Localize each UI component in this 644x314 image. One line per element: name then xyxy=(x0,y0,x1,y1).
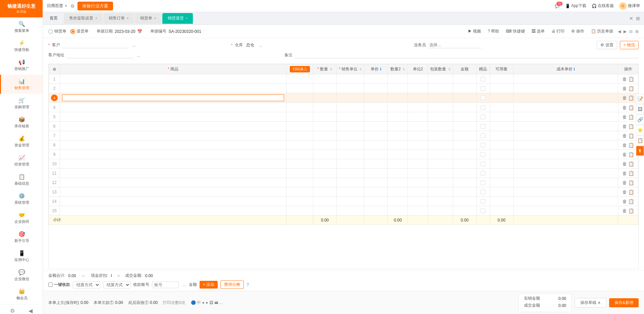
radio-return[interactable]: 退货单 xyxy=(70,28,89,34)
th-gear[interactable]: ⚙ xyxy=(49,64,60,74)
sidebar-item-enterprise[interactable]: 🤝企业协同 xyxy=(0,208,43,228)
delete-icon-13[interactable]: 🗑 xyxy=(622,189,627,195)
form-action-print[interactable]: 🖨 打印 xyxy=(549,27,567,35)
tab-sales-order[interactable]: 销售订单 × xyxy=(103,13,134,24)
scan-btn[interactable]: 扫码录入 xyxy=(290,66,310,72)
form-action-select[interactable]: ☰ 选单 xyxy=(530,27,547,35)
sidebar-item-member[interactable]: 👑畅会员 xyxy=(0,285,43,304)
delete-icon-5[interactable]: 🗑 xyxy=(622,114,627,120)
sidebar-item-system[interactable]: ⚙️系统管理 xyxy=(0,189,43,208)
gift-check-4[interactable] xyxy=(481,105,485,110)
topbar-department-dropdown[interactable]: 日用百货 ▼ xyxy=(47,3,68,9)
footer-collect-account-input[interactable] xyxy=(152,281,179,288)
copy-icon-13[interactable]: 📋 xyxy=(628,189,634,195)
gift-check-10[interactable] xyxy=(481,162,485,166)
sidebar-settings-icon[interactable]: ⚙ xyxy=(10,308,15,314)
form-address-input[interactable] xyxy=(66,52,133,58)
delete-icon-14[interactable]: 🗑 xyxy=(622,199,627,204)
gift-check-11[interactable] xyxy=(481,171,485,176)
form-logistics-btn[interactable]: + 物流 xyxy=(620,41,639,49)
form-customer-input[interactable] xyxy=(62,42,129,48)
gift-check-1[interactable] xyxy=(481,77,485,81)
form-date-icon[interactable]: 📅 xyxy=(137,29,142,34)
delete-icon-6[interactable]: 🗑 xyxy=(622,124,627,129)
copy-icon-11[interactable]: 📋 xyxy=(628,171,634,176)
sidebar-item-operation[interactable]: 📈经营管理 xyxy=(0,151,43,170)
form-customer-dots[interactable]: ... xyxy=(132,43,136,48)
gift-check-15[interactable] xyxy=(481,208,485,213)
quick-action-6[interactable]: ⬆ xyxy=(636,146,644,156)
sidebar-item-weixin[interactable]: 💬企业微信 xyxy=(0,266,43,285)
topbar-user[interactable]: 徐 徐泽华 xyxy=(619,2,640,10)
footer-split-btn[interactable]: 费用分摊 xyxy=(220,280,244,289)
delete-icon-2[interactable]: 🗑 xyxy=(622,86,627,91)
delete-icon-4[interactable]: 🗑 xyxy=(622,105,627,110)
sidebar-collapse-icon[interactable]: ◀ xyxy=(29,308,33,314)
footer-settle-method[interactable]: 结算方式 xyxy=(73,281,100,289)
sidebar-item-purchase[interactable]: 🛒采购管理 xyxy=(0,94,43,113)
tab-sales-order-close[interactable]: × xyxy=(127,16,129,20)
quick-action-3[interactable]: 🔗 xyxy=(636,115,644,125)
tab-home[interactable]: 首页 xyxy=(44,13,63,24)
th-cost-info[interactable]: ℹ xyxy=(574,67,575,71)
th-price-info[interactable]: ℹ xyxy=(380,67,381,71)
copy-icon-15[interactable]: 📋 xyxy=(628,208,634,213)
add-row-btn[interactable]: + xyxy=(51,95,58,101)
form-action-video[interactable]: ▶ 视频 xyxy=(466,27,483,35)
copy-icon-14[interactable]: 📋 xyxy=(628,199,634,204)
copy-icon-7[interactable]: 📋 xyxy=(628,133,634,138)
topbar-app-download[interactable]: 📱 App下载 xyxy=(565,3,586,9)
delete-icon-7[interactable]: 🗑 xyxy=(622,133,627,138)
footer-help-icon[interactable]: ? xyxy=(247,282,249,287)
delete-icon-8[interactable]: 🗑 xyxy=(622,142,627,148)
copy-icon-10[interactable]: 📋 xyxy=(628,161,634,167)
sidebar-item-marketing[interactable]: 📢营销推广 xyxy=(0,56,43,75)
copy-icon-6[interactable]: 📋 xyxy=(628,124,634,129)
tab-price-settings-close[interactable]: × xyxy=(95,16,97,20)
copy-icon-1[interactable]: 📋 xyxy=(628,76,634,82)
delete-icon-3[interactable]: 🗑 xyxy=(622,95,627,101)
footer-calc-method[interactable]: 结算方式 xyxy=(103,281,130,289)
gift-check-9[interactable] xyxy=(481,152,485,157)
sidebar-item-basic[interactable]: 📋基础信息 xyxy=(0,170,43,189)
footer-one-click-check[interactable] xyxy=(48,282,53,287)
tab-price-settings[interactable]: 售价提取设置 × xyxy=(64,13,103,24)
gift-check-14[interactable] xyxy=(481,199,485,204)
gift-check-2[interactable] xyxy=(481,86,485,91)
form-address-dots[interactable]: ... xyxy=(137,53,140,58)
copy-icon-5[interactable]: 📋 xyxy=(628,114,634,120)
form-settings-btn[interactable]: ⚙ 设置 xyxy=(597,41,617,49)
quick-action-2[interactable]: 🖼 xyxy=(636,104,644,114)
form-action-prev[interactable]: ◀ xyxy=(618,29,621,34)
footer-one-click[interactable]: 一键收款 xyxy=(48,282,70,288)
form-warehouse-dots[interactable]: ... xyxy=(259,43,262,48)
sidebar-item-newbie[interactable]: 🎯新手引导 xyxy=(0,228,43,247)
footer-collect-dots[interactable]: ... xyxy=(183,282,186,287)
tab-layout-icon[interactable]: ⊞ xyxy=(636,16,640,21)
th-pack-sort[interactable]: ⇅ xyxy=(448,67,451,71)
radio-sales[interactable]: 销货单 xyxy=(48,28,66,34)
gift-check-8[interactable] xyxy=(481,143,485,147)
th-qty2-sort[interactable]: ⇅ xyxy=(402,67,405,71)
tab-sales-delivery[interactable]: 销货单 × xyxy=(135,13,162,24)
quick-action-1[interactable]: 📝 xyxy=(636,94,644,104)
sidebar-item-search[interactable]: 🔍搜索菜单 xyxy=(0,17,43,37)
tab-sales-return[interactable]: 销货退货 × xyxy=(162,13,193,24)
gift-check-12[interactable] xyxy=(481,180,485,185)
sidebar-item-finance[interactable]: 💰资金管理 xyxy=(0,132,43,151)
form-action-operate[interactable]: ⚙ 操作 xyxy=(569,27,586,35)
copy-icon-8[interactable]: 📋 xyxy=(628,142,634,148)
gift-check-13[interactable] xyxy=(481,190,485,194)
delete-icon-15[interactable]: 🗑 xyxy=(622,208,627,213)
topbar-online-service[interactable]: 🎧 在线客服 xyxy=(592,3,614,9)
sidebar-item-shortcut[interactable]: ⚡快捷导航 xyxy=(0,37,43,56)
sidebar-item-appstore[interactable]: 📱应用中心 xyxy=(0,247,43,266)
topbar-trial-btn[interactable]: 体验行业方案 xyxy=(77,2,113,10)
save-new-btn[interactable]: 保存&新增 xyxy=(609,298,639,307)
delete-icon-11[interactable]: 🗑 xyxy=(622,171,627,176)
quick-action-5[interactable]: 📋 xyxy=(636,135,644,145)
tab-sales-return-close[interactable]: × xyxy=(186,16,188,20)
tab-sales-delivery-close[interactable]: × xyxy=(154,16,156,20)
gift-check-7[interactable] xyxy=(481,133,485,138)
sidebar-item-inventory[interactable]: 📦库存核算 xyxy=(0,113,43,132)
